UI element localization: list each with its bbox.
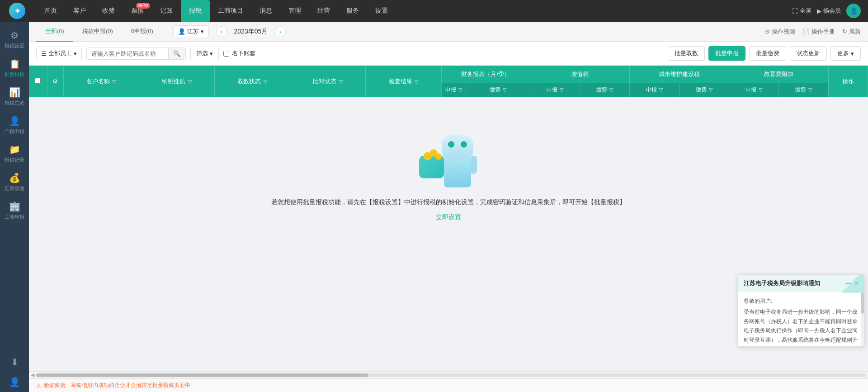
notif-content: 受当前电子税务局进一步升级的影响，同一个政务网账号（办税人）名下的企业不能再同时… (744, 307, 859, 346)
header-checkbox-col (29, 66, 47, 97)
nav-operation[interactable]: 经营 (309, 0, 338, 22)
accounts-checkbox[interactable] (223, 51, 229, 57)
prev-month-btn[interactable]: ‹ (216, 26, 227, 37)
batch-declare-btn[interactable]: 批量申报 (708, 46, 745, 61)
employee-select[interactable]: ☰ 全部员工 ▾ (36, 47, 82, 60)
sidebar-item-personal-tax[interactable]: 👤 个税申报 (0, 111, 29, 139)
refresh-btn[interactable]: ↻ 属新 (842, 28, 861, 36)
fullscreen-btn[interactable]: ⛶ 全屏 (792, 7, 811, 15)
robot-arm-right (471, 156, 477, 174)
sidebar-item-tax-settings[interactable]: ⚙ 报税设置 (0, 25, 29, 54)
sidebar-item-tax-overview[interactable]: 📊 报税总览 (0, 82, 29, 111)
more-btn[interactable]: 更多 ▾ (830, 46, 861, 61)
sidebar: ⚙ 报税设置 📋 批量报税 📊 报税总览 👤 个税申报 📁 报税记录 💰 汇算清… (0, 22, 29, 392)
empty-text: 若您想使用批量报税功能，请先在【报税设置】中进行报税的初始化设置，完成密码验证和… (271, 196, 626, 208)
search-box: 🔍 (86, 48, 186, 60)
table-header-main-row: ⚙ 客户名称 ▽ 纳税性质 ▽ 取数状态 ▽ (29, 66, 868, 83)
robot-eye-left (448, 141, 454, 148)
table-header: ⚙ 客户名称 ▽ 纳税性质 ▽ 取数状态 ▽ (29, 66, 868, 97)
filter-icon-city-decl[interactable]: ▽ (659, 87, 663, 92)
nav-items: 首页 客户 收费 票据 NEW 记账 报税 工商项目 消息 管理 经营 服务 设… (36, 0, 792, 22)
user-avatar[interactable]: 👤 (846, 4, 861, 18)
next-month-btn[interactable]: › (275, 26, 286, 37)
status-update-btn[interactable]: 状态更新 (790, 46, 827, 61)
video-btn[interactable]: ⊙ 操作视频 (765, 28, 795, 36)
nav-invoice[interactable]: 票据 NEW (123, 0, 152, 22)
h-scrollbar[interactable]: ◀ (29, 371, 868, 378)
tab-tax-declare[interactable]: 税款申报(0) (73, 22, 122, 42)
nav-accounting[interactable]: 记账 (152, 0, 181, 22)
notif-scrollbar[interactable] (861, 292, 864, 346)
checkbox-accounts[interactable]: 名下账套 (223, 49, 255, 57)
filter-icon-compare[interactable]: ▽ (339, 79, 343, 84)
sub-tabs: 全部(0) 税款申报(0) 0申报(0) 👤 江苏 ▾ ‹ 2023年05月 ›… (29, 22, 868, 42)
nav-home[interactable]: 首页 (36, 0, 65, 22)
gear-icon[interactable]: ⚙ (52, 78, 58, 85)
toolbar-right: 批量取数 批量申报 批量缴费 状态更新 更多 ▾ (668, 46, 861, 61)
sidebar-item-annual-report[interactable]: 🏢 工商年报 (0, 196, 29, 225)
header-vat: 增值税 (530, 66, 630, 83)
setup-link[interactable]: 立即设置 (436, 213, 461, 221)
profile-icon: 👤 (9, 377, 20, 387)
batch-tax-icon: 📋 (9, 58, 20, 69)
nav-business[interactable]: 工商项目 (210, 0, 251, 22)
filter-icon-tax-nature[interactable]: ▽ (188, 79, 192, 84)
logo: ✦ (7, 1, 27, 21)
logo-icon: ✦ (9, 3, 25, 19)
filter-icon-city-pay[interactable]: ▽ (709, 87, 712, 92)
manual-btn[interactable]: 📄 操作手册 (802, 28, 835, 36)
filter-icon-edu-decl[interactable]: ▽ (759, 87, 762, 92)
nav-tax[interactable]: 报税 (181, 0, 210, 22)
nav-service[interactable]: 服务 (338, 0, 367, 22)
header-check-result: 检查结果 ▽ (366, 66, 441, 97)
filter-icon-fetch[interactable]: ▽ (264, 79, 267, 84)
header-financial-declare: 申报 ▽ (441, 83, 466, 97)
header-tax-nature: 纳税性质 ▽ (139, 66, 214, 97)
empty-state-cell: 若您想使用批量报税功能，请先在【报税设置】中进行报税的初始化设置，完成密码验证和… (29, 97, 868, 239)
nav-settings[interactable]: 设置 (367, 0, 396, 22)
filter-icon-vat-pay[interactable]: ▽ (609, 87, 613, 92)
scroll-left-arrow[interactable]: ◀ (31, 372, 34, 378)
list-icon: ☰ (41, 50, 47, 57)
month-display: 2023年05月 (231, 28, 271, 36)
sidebar-label-annual-report: 工商年报 (5, 214, 24, 220)
filter-icon-customer[interactable]: ▽ (112, 79, 116, 84)
member-btn[interactable]: ▶ 畅会员 (817, 7, 841, 15)
filter-icon-edu-pay[interactable]: ▽ (808, 87, 812, 92)
wallet-body (419, 156, 444, 178)
batch-fetch-btn[interactable]: 批量取数 (668, 46, 705, 61)
table-body: 若您想使用批量报税功能，请先在【报税设置】中进行报税的初始化设置，完成密码验证和… (29, 97, 868, 239)
notif-title: 江苏电子税务局升级影响通知 (744, 279, 820, 287)
filter-btn[interactable]: 筛选 ▾ (190, 47, 219, 60)
personal-tax-icon: 👤 (9, 115, 20, 126)
header-financial-report: 财务报表（月/季） (441, 66, 530, 83)
sidebar-item-download[interactable]: ⬇ (7, 352, 22, 372)
select-all-checkbox[interactable] (35, 78, 41, 84)
notif-scroll-thumb (861, 292, 864, 314)
sidebar-item-batch-tax[interactable]: 📋 批量报税 (0, 54, 29, 82)
sidebar-item-tax-records[interactable]: 📁 报税记录 (0, 139, 29, 168)
filter-icon-fin-decl[interactable]: ▽ (458, 87, 462, 92)
province-selector[interactable]: 👤 江苏 ▾ (173, 25, 209, 38)
notif-body-container: 尊敬的用户: 受当前电子税务局进一步升级的影响，同一个政务网账号（办税人）名下的… (738, 292, 864, 346)
nav-manage[interactable]: 管理 (280, 0, 309, 22)
filter-icon-vat-decl[interactable]: ▽ (560, 87, 563, 92)
filter-icon-check[interactable]: ▽ (415, 79, 418, 84)
filter-icon-fin-pay[interactable]: ▽ (503, 87, 506, 92)
tab-all[interactable]: 全部(0) (36, 22, 73, 42)
nav-fee[interactable]: 收费 (94, 0, 123, 22)
sidebar-label-batch-tax: 批量报税 (5, 71, 24, 78)
sidebar-item-settlement[interactable]: 💰 汇算清缴 (0, 168, 29, 196)
sidebar-item-profile[interactable]: 👤 (7, 372, 22, 392)
notif-body: 尊敬的用户: 受当前电子税务局进一步升级的影响，同一个政务网账号（办税人）名下的… (738, 292, 864, 346)
nav-message[interactable]: 消息 (251, 0, 280, 22)
search-button[interactable]: 🔍 (168, 48, 185, 59)
robot-illustration (415, 124, 482, 187)
tab-zero-declare[interactable]: 0申报(0) (122, 22, 162, 42)
batch-pay-btn[interactable]: 批量缴费 (749, 46, 786, 61)
robot-head (442, 134, 473, 159)
search-input[interactable] (87, 48, 168, 59)
notif-greeting: 尊敬的用户: (744, 296, 859, 306)
annual-report-icon: 🏢 (9, 201, 20, 212)
nav-customer[interactable]: 客户 (65, 0, 94, 22)
